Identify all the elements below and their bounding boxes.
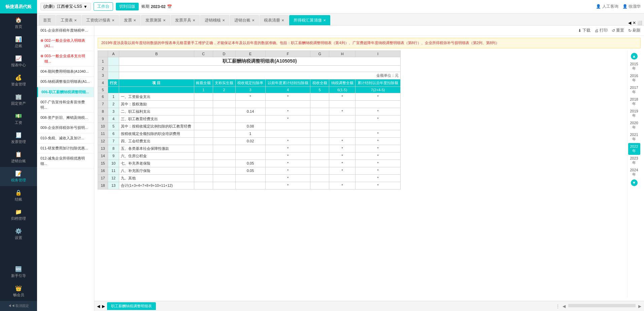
year-2020[interactable]: 2020年 [628, 119, 640, 131]
company-selector[interactable]: (勿删）江西睿宝-LSS ▼ [40, 3, 91, 10]
tab-salary-stats[interactable]: 工资统计报表 ✕ [82, 15, 119, 25]
list-item-003[interactable]: ⊗ 003-一般企业成本支出明细... [37, 51, 94, 67]
tab-tax-table[interactable]: 税表清册 ✕ [260, 15, 289, 25]
sidebar-item-close[interactable]: 🔒 结账 [0, 186, 37, 205]
list-item-007[interactable]: 007-广告宣传和业务宣传费明... [37, 97, 94, 113]
g-1[interactable] [310, 93, 329, 100]
year-2019[interactable]: 2019年 [628, 108, 640, 119]
switch-old-btn[interactable]: 切到旧版 [116, 3, 139, 10]
i-1[interactable]: * [355, 93, 401, 100]
item-10[interactable]: 七、补充养老保险 [119, 160, 194, 167]
tab-close-sales-ledger[interactable]: ✕ [252, 19, 255, 22]
tab-sales-ledger[interactable]: 进销台账 ✕ [230, 15, 259, 25]
tab-home[interactable]: 首页 [39, 15, 56, 25]
tab-salary-table[interactable]: 工资表 ✕ [56, 15, 81, 25]
tab-close-tax-settlement[interactable]: ✕ [323, 19, 326, 22]
sidebar-item-guide[interactable]: 🆕 新手引导 [0, 263, 37, 282]
seq-1[interactable]: 1 [108, 93, 119, 100]
user-info[interactable]: 👤 徐溜华 [622, 4, 641, 9]
year-nav-down[interactable]: ▼ [631, 179, 638, 186]
download-btn[interactable]: ⬇ 下载 [578, 28, 590, 33]
year-2018[interactable]: 2018年 [628, 96, 640, 108]
year-nav-up[interactable]: ▲ [631, 53, 638, 60]
d-1[interactable] [213, 93, 235, 100]
list-item-012[interactable]: 012-减免企业所得税优惠明细... [37, 153, 94, 169]
sheet-scroll-right[interactable]: ◀ [563, 304, 566, 309]
sheet-options-icon[interactable]: ⋮ [556, 304, 560, 309]
sidebar-item-invoice[interactable]: 🧾 发票管理 [0, 129, 37, 148]
tab-close-invoice[interactable]: ✕ [133, 19, 136, 22]
item-1[interactable]: 一、工资薪金支出 [119, 93, 194, 100]
list-item-010[interactable]: 010-免税、减收入及加计... [37, 133, 94, 143]
item-7[interactable]: 四、工会经费支出 [119, 137, 194, 145]
sheet-scroll-end[interactable]: ▶ [638, 304, 641, 309]
c-1[interactable] [194, 93, 213, 100]
tab-close-sales-check[interactable]: ✕ [222, 19, 225, 22]
year-2024[interactable]: 2024年 [628, 167, 640, 178]
tab-tax-settlement[interactable]: 所得税汇算清缴 ✕ [289, 15, 330, 25]
tab-maximize[interactable]: ⬜ [637, 21, 642, 25]
sidebar-item-archive[interactable]: 📁 归档管理 [0, 205, 37, 224]
tab-sales-check[interactable]: 进销稽核 ✕ [200, 15, 229, 25]
year-2021[interactable]: 2021年 [628, 131, 640, 143]
item-9[interactable]: 六、住房公积金 [119, 152, 194, 160]
tab-close-salary[interactable]: ✕ [74, 19, 77, 22]
item-8[interactable]: 五、各类基本社会保障性缴款 [119, 145, 194, 152]
sheet-tab-main[interactable]: 职工薪酬纳税调整明细表 [107, 302, 156, 310]
sheet-next-btn[interactable]: ▶ [102, 304, 105, 309]
tab-close-invoice-issue[interactable]: ✕ [193, 19, 195, 22]
refresh-btn[interactable]: ↻ 刷新 [628, 28, 641, 33]
company-dropdown-icon[interactable]: ▼ [83, 4, 88, 9]
sheet-prev-btn[interactable]: ◀ [97, 304, 100, 309]
list-item-011[interactable]: 011-研发费用加计扣除优惠... [37, 143, 94, 153]
item-4[interactable]: 三、职工教育经费支出 [119, 115, 194, 123]
sidebar-item-settings[interactable]: ⚙️ 设置 [0, 224, 37, 244]
sidebar-item-salary[interactable]: 💵 工资 [0, 109, 37, 129]
h-1[interactable]: * [329, 93, 355, 100]
sidebar-item-member[interactable]: 👑 畅会员 [0, 282, 37, 301]
item-12[interactable]: 九、其他 [119, 174, 194, 182]
sheet-nav-bar[interactable] [568, 304, 636, 307]
year-2016[interactable]: 2016年 [628, 72, 640, 84]
list-item-005[interactable]: 005-纳税调整项目明细表(A1... [37, 77, 94, 87]
year-2015[interactable]: 2015年 [628, 61, 640, 72]
calendar-icon[interactable]: 📅 [167, 4, 172, 9]
tab-invoice-issue[interactable]: 发票开具 ✕ [171, 15, 200, 25]
list-item-009[interactable]: 009-企业所得税弥补亏损明... [37, 123, 94, 133]
list-item-006[interactable]: 006-职工薪酬纳税调整明细... [37, 87, 94, 97]
sidebar-collapse-btn[interactable]: ◀◀ 取消固定 [0, 301, 37, 311]
tab-scroll-left[interactable]: ◀ [628, 21, 631, 25]
tab-close-invoice-calc[interactable]: ✕ [163, 19, 166, 22]
sidebar-item-assets-mgmt[interactable]: 💰 资金管理 [0, 71, 37, 90]
reset-btn[interactable]: ↺ 重置 [612, 28, 624, 33]
item-5[interactable]: 其中：按税收规定比例扣除的职工教育经费 [119, 123, 194, 130]
workbench-btn[interactable]: 工作台 [94, 2, 113, 11]
spreadsheet[interactable]: A B C D E F G H I [98, 50, 627, 298]
list-item-001[interactable]: 001-企业所得税年度纳税申... [37, 26, 94, 36]
item-3[interactable]: 二、职工福利支出 [119, 108, 194, 115]
item-13[interactable]: 合计(1+3+4+7+8+9+10+11+12) [119, 182, 194, 189]
tab-close-all[interactable]: ✕ [633, 21, 636, 25]
sidebar-item-reports[interactable]: 📈 报表中心 [0, 52, 37, 71]
year-2017[interactable]: 2017年 [628, 84, 640, 96]
sidebar-item-sales-ledger[interactable]: 📋 进销台账 [0, 148, 37, 167]
item-11[interactable]: 八、补充医疗保险 [119, 167, 194, 174]
print-btn[interactable]: 🖨 打印 [595, 28, 608, 33]
year-2022[interactable]: 2022年 [628, 143, 640, 155]
tab-close-tax-table[interactable]: ✕ [281, 19, 284, 22]
tab-close-salary-stats[interactable]: ✕ [112, 19, 114, 22]
list-item-008[interactable]: 008-资产折旧、摊销及纳税... [37, 113, 94, 123]
sidebar-item-home[interactable]: 🏠 首页 [0, 13, 37, 33]
sidebar-item-general[interactable]: 📊 总账 [0, 33, 37, 52]
e-1[interactable]: * [235, 93, 265, 100]
tab-invoice-calc[interactable]: 发票测算 ✕ [141, 15, 170, 25]
item-2[interactable]: 其中：股权激励 [119, 100, 194, 108]
sidebar-item-fixed-assets[interactable]: 🏢 固定资产 [0, 90, 37, 109]
tab-invoice[interactable]: 发票 ✕ [120, 15, 140, 25]
list-item-002[interactable]: ⊗ 002-一般企业收入明细表(A1... [37, 36, 94, 51]
support-btn[interactable]: 👤 人工客询 [596, 4, 618, 9]
list-item-004[interactable]: 004-期间费用明细表(A1040... [37, 67, 94, 77]
sidebar-item-tax-mgmt[interactable]: 📝 税务管理 [0, 167, 37, 186]
f-1[interactable]: * [265, 93, 310, 100]
year-2023[interactable]: 2023年 [628, 155, 640, 167]
